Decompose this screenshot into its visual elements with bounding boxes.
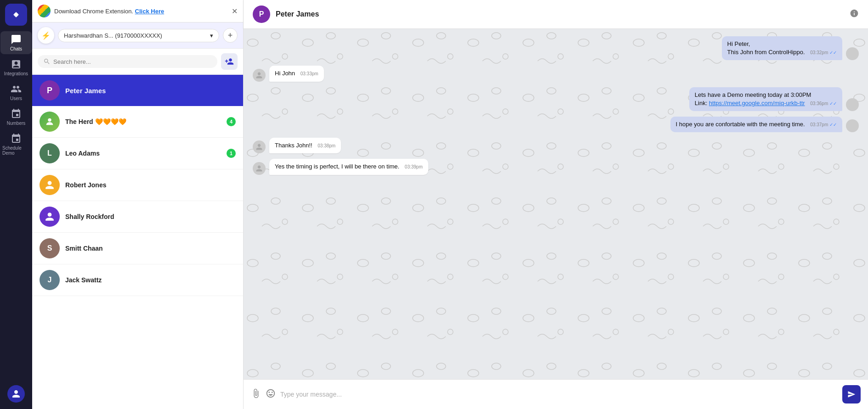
- chat-header-name: Peter James: [276, 10, 319, 18]
- chat-name: Shally Rockford: [65, 213, 114, 220]
- sidebar-item-chats[interactable]: Chats: [0, 31, 32, 54]
- chat-info: Smitt Chaan: [65, 244, 236, 252]
- attach-button[interactable]: [251, 388, 261, 400]
- chat-name: Smitt Chaan: [65, 245, 103, 252]
- message-row: Thanks John!! 03:38pm: [253, 138, 859, 153]
- sidebar-item-label: Numbers: [7, 121, 26, 126]
- sidebar-item-users[interactable]: Users: [0, 81, 32, 104]
- sidebar-item-label: Schedule Demo: [2, 146, 30, 156]
- chat-messages: Hi Peter,This John from ControlHippo. 03…: [244, 29, 868, 379]
- message-bubble: I hope you are confortable with the meet…: [670, 117, 842, 132]
- search-input[interactable]: [53, 58, 212, 65]
- bolt-button[interactable]: ⚡: [38, 27, 54, 44]
- app-logo[interactable]: [5, 4, 27, 26]
- message-time: 03:36pm ✓✓: [810, 101, 837, 106]
- chrome-logo-icon: [38, 5, 51, 17]
- chrome-extension-banner: Download Chrome Extension. Click Here ✕: [32, 0, 243, 22]
- integrations-icon: [11, 59, 22, 70]
- received-avatar: [253, 69, 266, 82]
- users-icon: [11, 84, 22, 95]
- list-item[interactable]: Robert Jones: [32, 169, 243, 201]
- chat-info: The Herd 🧡🧡🧡🧡: [65, 118, 221, 126]
- unread-badge: 1: [227, 149, 236, 158]
- search-bar: [32, 49, 243, 75]
- chevron-down-icon: ▾: [210, 32, 213, 39]
- message-text: Thanks John!!: [275, 142, 312, 149]
- chat-name: The Herd 🧡🧡🧡🧡: [65, 118, 126, 125]
- banner-link[interactable]: Click Here: [135, 8, 165, 15]
- chat-info: Leo Adams: [65, 149, 221, 157]
- robert-avatar: [40, 175, 60, 195]
- message-time: 03:38pm: [318, 143, 335, 148]
- message-time: 03:33pm: [301, 71, 318, 76]
- user-profile-bottom[interactable]: [0, 382, 32, 405]
- chat-main: P Peter James Hi Peter,This John from Co…: [244, 0, 868, 409]
- message-text: I hope you are confortable with the meet…: [676, 121, 805, 128]
- message-time: 03:32pm ✓✓: [810, 50, 837, 55]
- meeting-link[interactable]: https://meet.google.com/miq-urkb-ttr: [709, 100, 805, 106]
- add-contact-button[interactable]: [221, 53, 238, 70]
- message-bubble: Lets have a Demo meeting today at 3:00PM…: [689, 87, 842, 111]
- sent-avatar: [846, 98, 859, 111]
- chat-list: The Herd 🧡🧡🧡🧡 4 L Leo Adams 1 Robert Jon…: [32, 106, 243, 409]
- message-row: Yes the timing is perfect, I will be the…: [253, 159, 859, 174]
- message-time: 03:39pm: [405, 164, 423, 169]
- account-selector[interactable]: Harshwardhan S... (9170000XXXXX) ▾: [58, 29, 219, 42]
- add-person-icon: [225, 57, 234, 66]
- message-row: Hi Peter,This John from ControlHippo. 03…: [253, 36, 859, 60]
- active-chat-avatar: P: [40, 80, 60, 101]
- svg-point-0: [14, 13, 18, 17]
- received-avatar: [253, 140, 266, 153]
- list-item[interactable]: S Smitt Chaan: [32, 233, 243, 264]
- sidebar: Download Chrome Extension. Click Here ✕ …: [32, 0, 244, 409]
- chat-info: Shally Rockford: [65, 213, 236, 221]
- chat-info: Robert Jones: [65, 181, 236, 189]
- message-time: 03:37pm ✓✓: [810, 122, 837, 127]
- numbers-icon: [11, 108, 22, 119]
- sidebar-item-schedule-demo[interactable]: Schedule Demo: [0, 130, 32, 158]
- smitt-avatar: S: [40, 238, 60, 258]
- info-button[interactable]: [850, 9, 859, 20]
- close-banner-button[interactable]: ✕: [232, 7, 238, 16]
- user-avatar[interactable]: [7, 385, 25, 403]
- list-item[interactable]: L Leo Adams 1: [32, 138, 243, 169]
- message-bubble: Hi John 03:33pm: [269, 66, 324, 81]
- shally-avatar: [40, 207, 60, 227]
- icon-bar: Chats Integrations Users Numbers Schedul…: [0, 0, 32, 409]
- message-bubble: Yes the timing is perfect, I will be the…: [269, 159, 428, 174]
- sidebar-toolbar: ⚡ Harshwardhan S... (9170000XXXXX) ▾ +: [32, 22, 243, 49]
- chat-header: P Peter James: [244, 0, 868, 29]
- list-item[interactable]: Shally Rockford: [32, 201, 243, 233]
- sidebar-item-label: Integrations: [4, 71, 28, 76]
- sidebar-item-integrations[interactable]: Integrations: [0, 56, 32, 79]
- message-bubble: Hi Peter,This John from ControlHippo. 03…: [722, 36, 842, 60]
- message-text: Hi John: [275, 70, 295, 77]
- message-bubble: Thanks John!! 03:38pm: [269, 138, 341, 153]
- calendar-icon: [11, 133, 22, 144]
- send-button[interactable]: [842, 385, 861, 403]
- chat-info: Jack Swattz: [65, 276, 236, 284]
- list-item[interactable]: J Jack Swattz: [32, 264, 243, 296]
- message-row: Lets have a Demo meeting today at 3:00PM…: [253, 87, 859, 111]
- list-item[interactable]: The Herd 🧡🧡🧡🧡 4: [32, 106, 243, 138]
- search-icon: [43, 58, 51, 65]
- sent-avatar: [846, 47, 859, 60]
- message-row: I hope you are confortable with the meet…: [253, 117, 859, 132]
- active-chat-item[interactable]: P Peter James: [32, 75, 243, 106]
- message-row: Hi John 03:33pm: [253, 66, 859, 81]
- message-text: Yes the timing is perfect, I will be the…: [275, 163, 399, 170]
- message-input[interactable]: [280, 389, 838, 400]
- add-account-button[interactable]: +: [223, 28, 238, 43]
- chat-icon: [11, 34, 22, 45]
- chat-input-area: [244, 379, 868, 409]
- jack-avatar: J: [40, 270, 60, 290]
- sidebar-item-label: Users: [10, 96, 22, 101]
- chat-header-avatar: P: [253, 6, 270, 23]
- sidebar-item-numbers[interactable]: Numbers: [0, 106, 32, 129]
- emoji-button[interactable]: [266, 388, 276, 400]
- sent-avatar: [846, 119, 859, 132]
- leo-avatar: L: [40, 143, 60, 163]
- account-phone: (9170000XXXXX): [115, 32, 162, 39]
- received-avatar: [253, 162, 266, 175]
- svg-point-1: [48, 118, 51, 122]
